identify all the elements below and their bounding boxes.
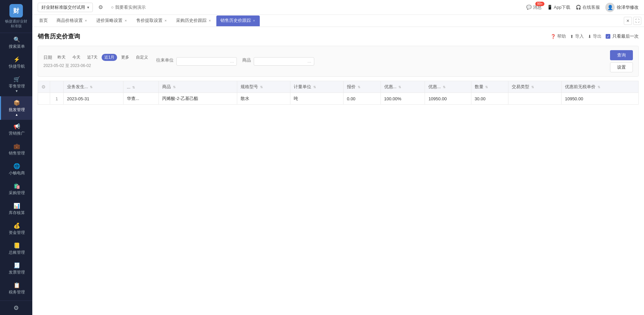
- col-extra[interactable]: ... ⇅: [123, 81, 158, 93]
- col-price[interactable]: 报价 ⇅: [344, 81, 381, 93]
- date-option-custom[interactable]: 自定义: [133, 54, 151, 61]
- only-last-checkbox[interactable]: ✓ 只看最后一次: [606, 33, 639, 39]
- sidebar-item-sales[interactable]: 💼 销售管理: [0, 140, 32, 160]
- sort-icon-extra: ⇅: [132, 85, 135, 89]
- tab-price-extract-label: 售价提取设置: [136, 18, 163, 24]
- date-option-yesterday[interactable]: 昨天: [55, 54, 68, 61]
- col-transaction-type[interactable]: 交易类型 ⇅: [508, 81, 562, 93]
- col-gear: ⚙: [38, 81, 50, 93]
- tab-close-btn[interactable]: ✕: [624, 17, 632, 25]
- product-input[interactable]: [257, 59, 306, 64]
- only-last-label: 只看最后一次: [612, 33, 639, 39]
- tab-price-extract-close[interactable]: ×: [164, 19, 167, 23]
- tab-maximize-btn[interactable]: ⛶: [633, 17, 641, 25]
- message-icon: 💬: [526, 5, 532, 10]
- sidebar: 财 畅捷通好业财 标准版 🔍 搜索菜单 ⚡ 快捷导航 🛒 零售管理 ▼ 📦 批发…: [0, 0, 32, 315]
- date-filter-label: 日期: [43, 55, 52, 61]
- export-icon: ⬇: [588, 34, 592, 39]
- checkbox-checked-icon: ✓: [606, 34, 610, 39]
- sidebar-item-ledger[interactable]: 📒 总账管理: [0, 239, 32, 259]
- demo-icon: ○: [111, 5, 114, 10]
- query-button[interactable]: 查询: [610, 50, 633, 60]
- col-product[interactable]: 商品 ⇅: [159, 81, 237, 93]
- help-label: 帮助: [557, 33, 566, 39]
- module-selector[interactable]: 好业财标准版交付试用 ▾: [38, 3, 93, 12]
- col-pretax-price[interactable]: 优惠前无税单价 ⇅: [561, 81, 638, 93]
- product-input-wrap[interactable]: …: [254, 57, 314, 66]
- row-quantity-cell: 30.00: [471, 93, 508, 105]
- expand-icon: ▼: [15, 89, 19, 93]
- filter-area: 日期 昨天 今天 近7天 近1月 更多 自定义 2023-05-02 至 202…: [38, 46, 639, 77]
- tab-purchase-strategy-close[interactable]: ×: [124, 19, 127, 23]
- import-label: 导入: [575, 33, 584, 39]
- tab-purchase-strategy-label: 进价策略设置: [96, 18, 122, 24]
- date-option-today[interactable]: 今天: [70, 54, 83, 61]
- ledger-icon: 📒: [13, 242, 20, 249]
- export-button[interactable]: ⬇ 导出: [588, 33, 602, 39]
- sidebar-menu: 🔍 搜索菜单 ⚡ 快捷导航 🛒 零售管理 ▼ 📦 批发管理 ▲ 📢 营销推广 💼…: [0, 33, 32, 301]
- from-unit-input-wrap[interactable]: …: [176, 57, 237, 66]
- table-gear-icon[interactable]: ⚙: [41, 84, 46, 90]
- user-info[interactable]: 👤 徐泽华修改: [605, 3, 639, 12]
- sidebar-item-marketing[interactable]: 📢 营销推广: [0, 120, 32, 140]
- col-discount-amt-label: 优惠...: [428, 84, 441, 89]
- sidebar-item-search-menu[interactable]: 🔍 搜索菜单: [0, 33, 32, 53]
- main-content: 好业财标准版交付试用 ▾ ⚙ ○ 我要看实例演示 💬 消息 99+ 📱 App下…: [32, 0, 644, 315]
- sidebar-item-inventory[interactable]: 📊 库存核算: [0, 199, 32, 219]
- sidebar-item-label: 销售管理: [9, 150, 25, 156]
- col-spec[interactable]: 规格型号 ⇅: [237, 81, 290, 93]
- app-download-action[interactable]: 📱 App下载: [547, 4, 570, 10]
- tab-sales-history-close[interactable]: ×: [252, 19, 256, 23]
- module-name: 好业财标准版交付试用: [41, 4, 85, 10]
- date-option-7days[interactable]: 近7天: [84, 54, 100, 61]
- import-button[interactable]: ⬆ 导入: [570, 33, 584, 39]
- sidebar-item-invoice[interactable]: 🧾 发票管理: [0, 259, 32, 279]
- tab-purchase-strategy[interactable]: 进价策略设置 ×: [92, 15, 131, 26]
- settings-button[interactable]: 设置: [610, 62, 633, 72]
- row-gear-cell: [38, 93, 50, 105]
- date-filter-group: 日期 昨天 今天 近7天 近1月 更多 自定义 2023-05-02 至 202…: [43, 54, 151, 69]
- tab-home[interactable]: 首页: [35, 15, 52, 26]
- date-option-more[interactable]: 更多: [118, 54, 132, 61]
- sidebar-item-wholesale[interactable]: 📦 批发管理 ▲: [0, 96, 32, 120]
- online-service-action[interactable]: 🎧 在线客服: [576, 4, 600, 10]
- table-header-row: ⚙ 业务发生... ⇅ ... ⇅ 商品 ⇅: [38, 81, 639, 93]
- sidebar-item-purchase[interactable]: 🛍️ 采购管理: [0, 179, 32, 199]
- tab-purchase-history[interactable]: 采购历史价跟踪 ×: [172, 15, 215, 26]
- sort-icon-biz-date: ⇅: [90, 85, 93, 89]
- sidebar-item-ecommerce-small[interactable]: 🌐 小畅电商: [0, 160, 32, 179]
- demo-button[interactable]: ○ 我要看实例演示: [108, 3, 148, 12]
- marketing-icon: 📢: [13, 123, 20, 130]
- col-biz-date[interactable]: 业务发生... ⇅: [64, 81, 123, 93]
- row-num-cell: 1: [50, 93, 64, 105]
- col-unit[interactable]: 计量单位 ⇅: [290, 81, 344, 93]
- sidebar-item-label: 快捷导航: [9, 64, 25, 69]
- tab-purchase-history-close[interactable]: ×: [208, 19, 211, 23]
- date-option-1month[interactable]: 近1月: [102, 54, 117, 61]
- sidebar-item-tax[interactable]: 📋 税务管理: [0, 279, 32, 299]
- sort-icon-quantity: ⇅: [485, 85, 488, 89]
- col-discount-amt[interactable]: 优惠... ⇅: [425, 81, 471, 93]
- sidebar-item-quick-nav[interactable]: ⚡ 快捷导航: [0, 53, 32, 73]
- purchase-icon: 🛍️: [13, 183, 20, 189]
- row-unit-cell: 吨: [290, 93, 344, 105]
- from-unit-input[interactable]: [179, 59, 228, 64]
- app-download-icon: 📱: [547, 5, 552, 10]
- help-button[interactable]: ❓ 帮助: [550, 33, 566, 39]
- messages-action[interactable]: 💬 消息 99+: [526, 4, 542, 10]
- product-dots-btn[interactable]: …: [307, 59, 311, 64]
- tab-home-label: 首页: [39, 18, 48, 24]
- sidebar-item-finance[interactable]: 💰 资金管理: [0, 219, 32, 239]
- tab-price-settings[interactable]: 商品价格设置 ×: [52, 15, 92, 26]
- sidebar-settings-icon[interactable]: ⚙: [13, 304, 19, 312]
- tab-sales-history[interactable]: 销售历史价跟踪 ×: [216, 15, 260, 26]
- sidebar-item-retail[interactable]: 🛒 零售管理 ▼: [0, 73, 32, 96]
- sidebar-item-label: 采购管理: [9, 190, 25, 196]
- from-unit-dots-btn[interactable]: …: [230, 59, 234, 64]
- tab-price-settings-close[interactable]: ×: [84, 19, 87, 23]
- module-gear-icon[interactable]: ⚙: [97, 3, 104, 12]
- col-quantity[interactable]: 数量 ⇅: [471, 81, 508, 93]
- col-discount-pct[interactable]: 优惠... ⇅: [381, 81, 425, 93]
- row-product-cell: 丙烯酸-2-乙基己酯: [159, 93, 237, 105]
- tab-price-extract[interactable]: 售价提取设置 ×: [132, 15, 171, 26]
